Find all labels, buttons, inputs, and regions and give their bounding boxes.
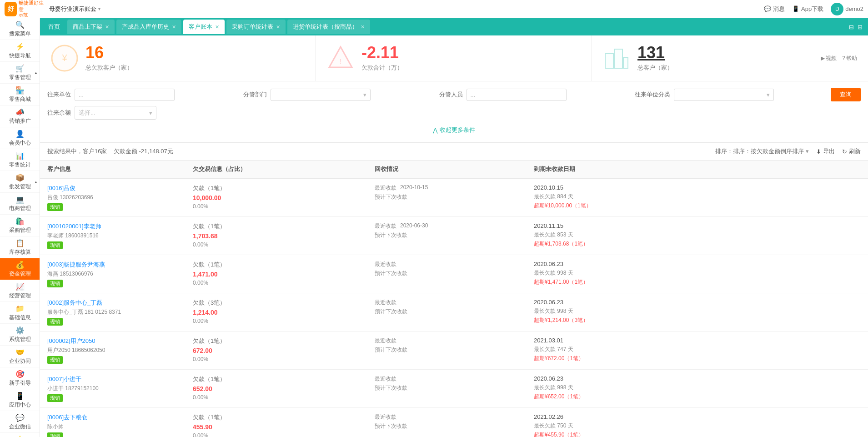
stat-total-customers: 131 总客户（家） ▶ 视频 ? 帮助 — [592, 35, 868, 81]
message-button[interactable]: 💬 消息 — [764, 5, 785, 13]
col-header-customer: 客户信息 — [47, 165, 193, 173]
app-download-button[interactable]: 📱 App下载 — [792, 5, 823, 13]
overdue-link-7[interactable]: 超期¥455.90（1笔） — [534, 431, 861, 437]
debt-amount-4: 1,214.00 — [193, 309, 375, 316]
customer-info-4: [0002]服务中心_丁磊 服务中心_丁磊 181 0125 8371 现销 — [47, 299, 193, 326]
video-link[interactable]: ▶ 视频 — [821, 55, 837, 62]
balance-label: 往来余额 — [47, 109, 71, 117]
tab-customer-account[interactable]: 客户账本 ✕ — [183, 20, 225, 34]
tab-close-product-history[interactable]: ✕ — [172, 24, 176, 30]
store-selector[interactable]: 母婴行业演示账套 ▾ — [49, 5, 102, 13]
debt-count-7: 欠款（1笔） — [193, 413, 375, 422]
department-input[interactable]: ▾ — [271, 89, 371, 101]
debt-percent-4: 0.00% — [193, 318, 375, 324]
customer-contact-4: 服务中心_丁磊 181 0125 8371 — [47, 308, 193, 316]
tab-purchase-stats[interactable]: 采购订单统计表 ✕ — [226, 20, 286, 34]
help-link[interactable]: ? 帮助 — [842, 55, 857, 62]
customer-name-link-2[interactable]: [0001020001]李老师 — [47, 222, 193, 231]
sidebar-item-system[interactable]: ⚙️ 系统管理 — [0, 324, 40, 346]
purchase-icon: 🛍️ — [15, 217, 25, 226]
overdue-link-6[interactable]: 超期¥652.00（1笔） — [534, 393, 861, 401]
tab-product-history[interactable]: 产成品入库单历史 ✕ — [116, 20, 181, 34]
overdue-date-7: 2021.02.26 — [534, 413, 861, 420]
sidebar-item-operation[interactable]: 📈 经营管理 — [0, 280, 40, 302]
sidebar-item-search[interactable]: 🔍 搜索菜单 — [0, 18, 40, 40]
debt-info-2: 欠款（1笔） 1,703.68 0.00% — [193, 222, 375, 248]
sidebar-item-finance[interactable]: 💰 资金管理 — [0, 258, 40, 280]
sidebar-item-purchase[interactable]: 🛍️ 采购管理 — [0, 215, 40, 236]
source-unit-label: 往来单位 — [47, 90, 71, 99]
chevron-down-icon: ▾ — [363, 91, 366, 98]
export-button[interactable]: ⬇ 导出 — [816, 147, 835, 156]
sidebar-item-quick-nav[interactable]: ⚡ 快捷导航 — [0, 40, 40, 62]
overdue-info-4: 2020.06.23 最长欠款 998 天 超期¥1,214.00（3笔） — [534, 299, 861, 324]
store-name: 母婴行业演示账套 — [49, 5, 96, 13]
overdue-link-1[interactable]: 超期¥10,000.00（1笔） — [534, 202, 861, 210]
customer-name-link-7[interactable]: [0006]去下粮仓 — [47, 413, 193, 422]
customer-name-link-1[interactable]: [0016]吕俊 — [47, 184, 193, 192]
sidebar-item-app-center[interactable]: 📱 应用中心 — [0, 389, 40, 411]
query-button[interactable]: 查询 — [831, 88, 861, 101]
sidebar-item-retail-store[interactable]: 🏪 零售商城 — [0, 84, 40, 105]
logo-area: 好 畅捷通好生意 示范 — [5, 0, 45, 17]
tab-product-shelf[interactable]: 商品上下架 ✕ — [67, 20, 115, 34]
customer-name-link-6[interactable]: [0007]小进干 — [47, 375, 193, 383]
tab-expand-icon[interactable]: ⊞ — [858, 24, 863, 30]
app-center-icon: 📱 — [15, 392, 25, 400]
user-menu-button[interactable]: D demo2 — [831, 3, 863, 15]
sidebar-item-wechat[interactable]: 💬 企业微信 — [0, 411, 40, 433]
sort-chevron-icon: ▾ — [806, 148, 809, 155]
debt-percent-5: 0.00% — [193, 356, 375, 362]
source-unit-category-input[interactable]: ▾ — [674, 89, 774, 101]
sidebar-item-ecommerce[interactable]: 💻 电商管理 — [0, 193, 40, 215]
collapse-button[interactable]: ⋀ 收起更多条件 — [431, 124, 477, 136]
filter-source-unit: 往来单位 ... — [47, 89, 238, 101]
tab-minimize-icon[interactable]: ⊟ — [849, 24, 854, 30]
stat-debt-amount: ! -2.11 欠款合计（万） — [316, 35, 592, 81]
tab-import-stats[interactable]: 进货单统计表（按商品） ✕ — [287, 20, 370, 34]
debt-count-2: 欠款（1笔） — [193, 222, 375, 231]
overdue-link-3[interactable]: 超期¥1,471.00（1笔） — [534, 278, 861, 286]
sidebar-item-marketing[interactable]: 📣 营销推广 — [0, 105, 40, 127]
sidebar-item-members[interactable]: 👤 会员中心 — [0, 127, 40, 149]
tab-close-import-stats[interactable]: ✕ — [361, 24, 365, 30]
sidebar-item-batch-mgmt[interactable]: 📦 批发管理 — [0, 171, 40, 193]
stats-row: ¥ 16 总欠款客户（家） ! — [40, 35, 868, 81]
balance-input[interactable]: 选择... ▾ — [75, 106, 156, 120]
overdue-days-4: 最长欠款 998 天 — [534, 307, 861, 315]
sidebar-item-retail-stats[interactable]: 📊 零售统计 — [0, 149, 40, 171]
tab-home[interactable]: 首页 — [43, 20, 65, 34]
overdue-date-5: 2021.03.01 — [534, 337, 861, 344]
col-header-overdue: 到期未收款日期 — [534, 165, 861, 173]
sidebar-item-enterprise[interactable]: 🤝 企业协同 — [0, 346, 40, 367]
tab-close-customer-account[interactable]: ✕ — [215, 24, 219, 30]
source-unit-input[interactable]: ... — [75, 89, 175, 101]
overdue-link-4[interactable]: 超期¥1,214.00（3笔） — [534, 316, 861, 324]
video-icon: ▶ — [821, 55, 825, 61]
svg-text:¥: ¥ — [61, 53, 67, 63]
person-input[interactable]: ... — [467, 89, 567, 101]
collection-info-6: 最近收款 预计下次收款 — [375, 375, 534, 392]
svg-rect-6 — [623, 57, 628, 68]
filter-area: 往来单位 ... 分管部门 ▾ — [40, 81, 868, 143]
sidebar-item-guide[interactable]: 🎯 新手引导 — [0, 367, 40, 389]
sidebar-item-inventory[interactable]: 📋 库存核算 — [0, 236, 40, 258]
sidebar-item-retail[interactable]: 🛒 零售管理 — [0, 62, 40, 84]
balance-placeholder: 选择... — [79, 109, 95, 117]
customer-name-link-5[interactable]: [000002]用户2050 — [47, 337, 193, 345]
overdue-link-5[interactable]: 超期¥672.00（1笔） — [534, 355, 861, 362]
tab-close-product-shelf[interactable]: ✕ — [105, 24, 109, 30]
debt-info-5: 欠款（1笔） 672.00 0.00% — [193, 337, 375, 362]
customer-name-link-4[interactable]: [0002]服务中心_丁磊 — [47, 299, 193, 307]
refresh-button[interactable]: ↻ 刷新 — [842, 147, 861, 156]
customer-name-link-3[interactable]: [0003]畅捷服务尹海燕 — [47, 261, 193, 269]
results-summary: 搜索结果中，客户16家 欠款金额 -21,148.07元 — [47, 147, 173, 156]
operation-icon: 📈 — [15, 282, 25, 291]
customer-contact-1: 吕俊 13026203696 — [47, 194, 193, 201]
overdue-link-2[interactable]: 超期¥1,703.68（1笔） — [534, 240, 861, 248]
debt-count-5: 欠款（1笔） — [193, 337, 375, 345]
refresh-icon: ↻ — [842, 148, 847, 155]
sidebar-item-member-vip[interactable]: ⭐ 畅会员 — [0, 433, 40, 437]
tab-close-purchase-stats[interactable]: ✕ — [276, 24, 280, 30]
sidebar-item-basic-info[interactable]: 📁 基础信息 — [0, 302, 40, 324]
